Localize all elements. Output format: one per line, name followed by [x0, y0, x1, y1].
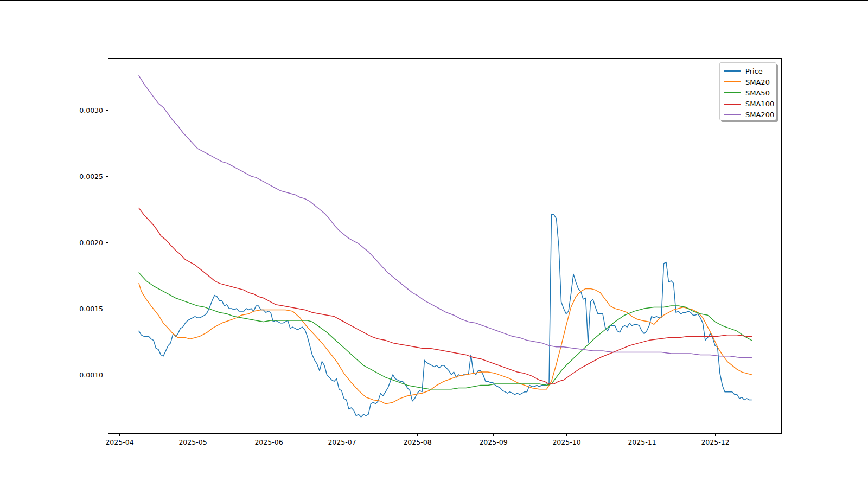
legend-item-price: Price [724, 66, 774, 76]
legend-swatch-sma50 [724, 92, 741, 93]
series-line-sma50 [139, 273, 752, 389]
x-tick-label: 2025-05 [178, 438, 207, 446]
legend-label: SMA100 [745, 100, 774, 107]
legend-item-sma20: SMA20 [724, 76, 774, 87]
x-tick-label: 2025-09 [479, 438, 507, 446]
legend-label: SMA50 [745, 89, 770, 97]
x-tick-label: 2025-07 [328, 438, 356, 446]
y-tick-label: 0.0025 [79, 172, 103, 181]
y-tick-label: 0.0020 [79, 239, 103, 247]
legend-item-sma200: SMA200 [724, 110, 774, 120]
screenshot-stage: 2025-042025-052025-062025-072025-082025-… [0, 0, 868, 488]
x-tick-label: 2025-12 [701, 438, 729, 446]
x-tick-label: 2025-04 [105, 438, 133, 446]
y-tick-label: 0.0030 [79, 106, 103, 114]
legend-label: SMA200 [745, 111, 774, 118]
legend-swatch-sma200 [724, 114, 741, 115]
legend-swatch-sma100 [724, 104, 741, 105]
legend-swatch-sma20 [724, 81, 741, 82]
y-tick-label: 0.0015 [79, 305, 103, 313]
x-tick-label: 2025-11 [628, 438, 656, 446]
series-line-sma20 [139, 284, 752, 404]
series-line-price [139, 215, 752, 417]
x-tick-label: 2025-06 [254, 438, 283, 446]
legend-item-sma50: SMA50 [724, 87, 774, 98]
x-tick-label: 2025-10 [552, 438, 580, 446]
y-tick-label: 0.0010 [79, 371, 103, 379]
legend-label: Price [745, 68, 763, 75]
plot-frame [108, 59, 782, 434]
x-tick-label: 2025-08 [403, 438, 431, 446]
series-line-sma100 [139, 208, 752, 384]
legend: PriceSMA20SMA50SMA100SMA200 [719, 62, 776, 120]
legend-item-sma100: SMA100 [724, 99, 774, 110]
legend-swatch-price [724, 70, 741, 72]
legend-label: SMA20 [745, 79, 770, 86]
